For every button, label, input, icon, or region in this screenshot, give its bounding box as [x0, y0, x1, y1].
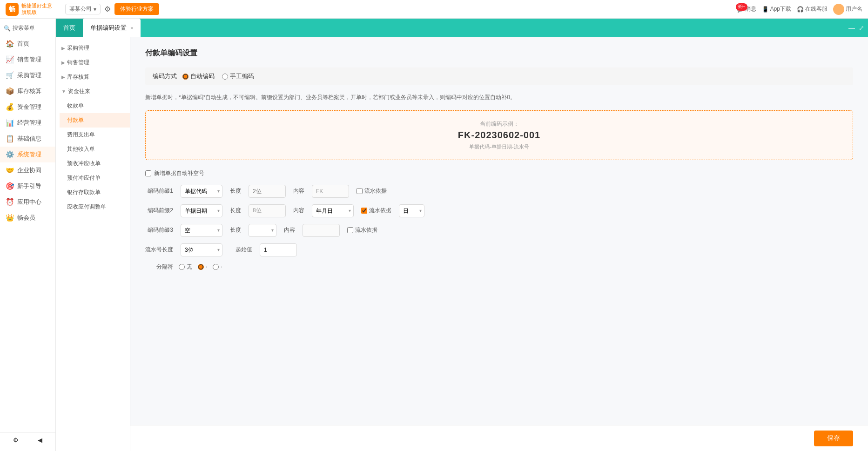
sidebar-item-advance-offset[interactable]: 预付冲应付单: [60, 171, 130, 185]
search-icon: 🔍: [4, 25, 11, 32]
top-header: 畅 畅捷通好生意 旗舰版 某某公司 ▾ ⚙ 体验行业方案 💬 99+ 消息 📱 …: [0, 0, 868, 19]
auto-encode-radio[interactable]: 自动编码: [182, 72, 215, 81]
info-text: 新增单据时，*单据编码*自动生成，不可编辑。前缀设置为部门、业务员等档案类，开单…: [145, 93, 853, 103]
app-download-button[interactable]: 📱 App下载: [762, 5, 791, 13]
content-select-2[interactable]: 年月日 年月 年: [312, 204, 354, 217]
sidebar-item-enterprise[interactable]: 🤝 企业协同: [0, 162, 55, 178]
divider-none-radio[interactable]: 无: [179, 263, 192, 271]
serial-length-select-wrap[interactable]: 3位 4位 5位 6位: [181, 243, 222, 256]
guide-icon: 🎯: [6, 182, 14, 190]
serial-checkbox-3[interactable]: [347, 227, 353, 233]
group-sales[interactable]: ▶ 销售管理: [56, 55, 130, 70]
user-avatar[interactable]: 用户名: [833, 4, 862, 15]
prefix-select-wrap-3[interactable]: 空 部门 业务员: [181, 224, 222, 237]
second-sidebar: ▶ 采购管理 ▶ 销售管理 ▶ 库存核算 ▼ 资金往来 收款单: [56, 37, 130, 451]
sidebar-item-basicinfo[interactable]: 📋 基础信息: [0, 131, 55, 147]
prefix-select-wrap-1[interactable]: 单据代码 部门 业务员 空: [181, 185, 222, 198]
serial-length-select[interactable]: 3位 4位 5位 6位: [181, 243, 222, 256]
content-input-3: [303, 224, 340, 237]
sidebar: 🔍 搜索菜单 🏠 首页 📈 销售管理 🛒 采购管理 📦 库存核算 💰 资金管理 …: [0, 19, 56, 451]
serial-checkbox-2[interactable]: [361, 208, 367, 214]
sidebar-item-inventory[interactable]: 📦 库存核算: [0, 83, 55, 99]
serial-check-2[interactable]: 流水依据: [361, 207, 391, 215]
group-inventory[interactable]: ▶ 库存核算: [56, 70, 130, 84]
manual-encode-radio[interactable]: 手工编码: [222, 72, 254, 81]
content-label-3: 内容: [284, 226, 295, 234]
prefix-select-2[interactable]: 单据日期 部门 业务员 空: [181, 204, 222, 217]
tab-minimize-button[interactable]: —: [848, 24, 855, 32]
group-purchase[interactable]: ▶ 采购管理: [56, 41, 130, 55]
messages-button[interactable]: 💬 99+ 消息: [737, 5, 756, 13]
length-label-3: 长度: [230, 226, 241, 234]
company-dropdown[interactable]: 某某公司 ▾: [65, 4, 101, 14]
prefix-row-1: 编码前缀1 单据代码 部门 业务员 空 长度 内容: [145, 185, 853, 198]
prefix-row-2: 编码前缀2 单据日期 部门 业务员 空 长度 内容: [145, 204, 853, 217]
prefix-select-3[interactable]: 空 部门 业务员: [181, 224, 222, 237]
collapse-icon[interactable]: ◀: [38, 437, 42, 444]
tab-bar: 首页 单据编码设置 × — ⤢: [56, 19, 868, 37]
sidebar-item-payment[interactable]: 付款单: [60, 113, 130, 128]
sidebar-item-system[interactable]: ⚙️ 系统管理: [0, 147, 55, 162]
sidebar-item-member[interactable]: 👑 畅会员: [0, 210, 55, 226]
sidebar-item-other-income[interactable]: 其他收入单: [60, 142, 130, 156]
tab-encode-settings[interactable]: 单据编码设置 ×: [83, 19, 141, 37]
settings-icon[interactable]: ⚙: [104, 5, 111, 13]
sidebar-item-expense[interactable]: 费用支出单: [60, 128, 130, 142]
phone-icon: 📱: [762, 6, 769, 13]
start-value-input[interactable]: [260, 243, 297, 256]
length-select-3[interactable]: [249, 224, 276, 237]
content-select-wrap-2[interactable]: 年月日 年月 年: [312, 204, 354, 217]
online-service-button[interactable]: 🎧 在线客服: [797, 5, 828, 13]
serial-period-select[interactable]: 日 月 年: [399, 204, 424, 217]
divider-dash-radio[interactable]: ·: [213, 263, 222, 270]
main-content: 付款单编码设置 编码方式 自动编码 手工编码: [130, 37, 868, 425]
settings-bottom-icon[interactable]: ⚙: [13, 437, 19, 444]
promo-button[interactable]: 体验行业方案: [114, 3, 159, 15]
sidebar-item-guide[interactable]: 🎯 新手引导: [0, 178, 55, 194]
serial-period-wrap[interactable]: 日 月 年: [399, 204, 424, 217]
page-title: 付款单编码设置: [145, 48, 853, 58]
prefix-label-2: 编码前缀2: [145, 207, 173, 215]
arrow-down-icon: ▼: [61, 89, 66, 94]
tab-expand-button[interactable]: ⤢: [859, 24, 864, 32]
encode-method-bar: 编码方式 自动编码 手工编码: [145, 67, 853, 85]
sidebar-item-home[interactable]: 🏠 首页: [0, 36, 55, 52]
sidebar-item-finance[interactable]: 💰 资金管理: [0, 99, 55, 115]
preview-box: 当前编码示例： FK-20230602-001 单据代码-单据日期-流水号: [145, 110, 853, 160]
prefix-select-wrap-2[interactable]: 单据日期 部门 业务员 空: [181, 204, 222, 217]
content-area: 首页 单据编码设置 × — ⤢ ▶ 采购管理 ▶ 销售管理: [56, 19, 868, 451]
divider-row: 分隔符 无 · ·: [145, 263, 853, 271]
right-panel: 付款单编码设置 编码方式 自动编码 手工编码: [130, 37, 868, 451]
sidebar-item-bank[interactable]: 银行存取款单: [60, 185, 130, 200]
length-label-1: 长度: [230, 187, 241, 195]
sidebar-item-receipt[interactable]: 收款单: [60, 99, 130, 113]
sales-icon: 📈: [6, 55, 14, 64]
inventory-icon: 📦: [6, 87, 14, 95]
save-button[interactable]: 保存: [814, 431, 853, 446]
sidebar-search[interactable]: 🔍 搜索菜单: [0, 22, 55, 34]
tab-close-icon[interactable]: ×: [130, 25, 133, 31]
start-value-label: 起始值: [236, 246, 252, 254]
length-select-wrap-3[interactable]: [249, 224, 276, 237]
length-label-2: 长度: [230, 207, 241, 215]
serial-check-1[interactable]: 流水依据: [357, 187, 387, 195]
sidebar-item-purchase[interactable]: 🛒 采购管理: [0, 67, 55, 83]
logo-icon: 畅: [6, 3, 19, 16]
sidebar-item-sales[interactable]: 📈 销售管理: [0, 52, 55, 67]
main-layout: 🔍 搜索菜单 🏠 首页 📈 销售管理 🛒 采购管理 📦 库存核算 💰 资金管理 …: [0, 19, 868, 451]
divider-dot-radio[interactable]: ·: [198, 263, 207, 270]
sidebar-item-operations[interactable]: 📊 经营管理: [0, 115, 55, 131]
tab-home[interactable]: 首页: [56, 19, 83, 37]
home-icon: 🏠: [6, 40, 14, 48]
header-mid: 某某公司 ▾ ⚙ 体验行业方案: [65, 3, 733, 15]
auto-fill-checkbox[interactable]: [145, 170, 151, 176]
prefix-select-1[interactable]: 单据代码 部门 业务员 空: [181, 185, 222, 198]
length-input-1: [249, 185, 286, 198]
chevron-down-icon: ▾: [94, 6, 96, 13]
serial-checkbox-1[interactable]: [357, 188, 363, 194]
sidebar-item-prepay-offset[interactable]: 预收冲应收单: [60, 156, 130, 171]
serial-check-3[interactable]: 流水依据: [347, 226, 377, 234]
group-fund[interactable]: ▼ 资金往来: [56, 84, 130, 99]
sidebar-item-ap-adjust[interactable]: 应收应付调整单: [60, 200, 130, 214]
sidebar-item-appcenter[interactable]: ⏰ 应用中心: [0, 194, 55, 210]
